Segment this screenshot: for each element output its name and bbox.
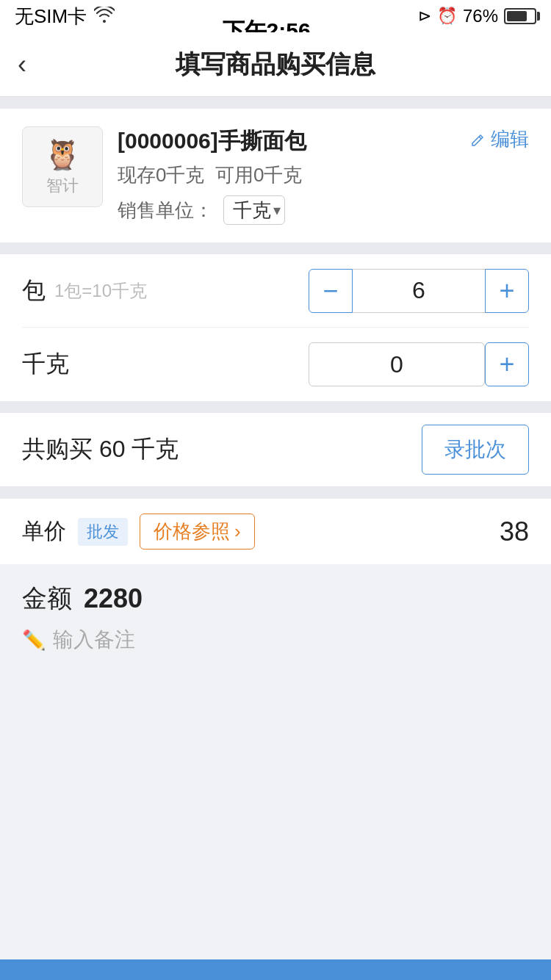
product-unit-row: 销售单位： 千克 包 ▾: [118, 195, 529, 225]
price-ref-arrow-icon: ›: [234, 520, 241, 543]
back-button[interactable]: ‹: [18, 49, 26, 80]
confirm-button[interactable]: 确定: [0, 959, 551, 980]
product-name: [0000006]手撕面包: [118, 126, 306, 156]
kg-input-row: 千克 +: [22, 328, 529, 401]
total-text: 共购买 60 千克: [22, 433, 179, 466]
kg-qty-input[interactable]: [309, 342, 485, 386]
bag-label: 包 1包=10千克: [22, 275, 147, 307]
status-bar: 无SIM卡 下午2:56 ⊳ ⏰ 76%: [0, 0, 551, 32]
price-row: 单价 批发 价格参照 › 38: [22, 514, 529, 550]
bag-minus-button[interactable]: −: [309, 269, 353, 313]
bag-qty-control: − +: [309, 269, 529, 313]
alarm-icon: ⏰: [437, 7, 457, 26]
amount-section: 金额 2280 ✏️ 输入备注: [0, 564, 551, 666]
remark-placeholder: 输入备注: [53, 626, 135, 654]
product-thumb-label: 智计: [46, 175, 79, 197]
input-section: 包 1包=10千克 − + 千克 +: [0, 254, 551, 401]
product-thumb-icon: 🦉: [44, 137, 81, 172]
status-left: 无SIM卡: [15, 4, 115, 29]
kg-plus-button[interactable]: +: [485, 342, 529, 386]
product-card: 🦉 智计 [0000006]手撕面包 编辑 现存0千克 可用0千克 销售单位： …: [0, 109, 551, 242]
battery-icon: [504, 8, 536, 24]
edit-button[interactable]: 编辑: [470, 126, 529, 152]
kg-label: 千克: [22, 348, 69, 381]
pencil-icon: ✏️: [22, 629, 46, 652]
remark-row[interactable]: ✏️ 输入备注: [22, 626, 529, 654]
mid-divider3: [0, 486, 551, 498]
product-stock: 现存0千克 可用0千克: [118, 162, 529, 188]
total-row: 共购买 60 千克 录批次: [0, 413, 551, 486]
kg-qty-control: +: [309, 342, 529, 386]
product-thumbnail: 🦉 智计: [22, 126, 103, 207]
bag-input-row: 包 1包=10千克 − +: [22, 254, 529, 328]
status-right: ⊳ ⏰ 76%: [418, 6, 536, 26]
price-ref-button[interactable]: 价格参照 ›: [140, 514, 255, 550]
top-divider: [0, 97, 551, 109]
bag-qty-input[interactable]: [353, 269, 485, 313]
spacer: [0, 666, 551, 959]
price-value: 38: [500, 516, 529, 547]
location-icon: ⊳: [418, 7, 431, 26]
batch-button[interactable]: 录批次: [422, 425, 529, 475]
price-badge: 批发: [78, 518, 128, 546]
price-label: 单价: [22, 516, 66, 547]
product-info: [0000006]手撕面包 编辑 现存0千克 可用0千克 销售单位： 千克 包 …: [118, 126, 529, 225]
carrier-text: 无SIM卡: [15, 4, 87, 29]
bag-hint: 1包=10千克: [54, 279, 147, 303]
amount-value: 2280: [84, 583, 143, 614]
amount-row: 金额 2280: [22, 582, 529, 616]
battery-percent: 76%: [463, 6, 498, 26]
nav-bar: ‹ 填写商品购买信息: [0, 32, 551, 97]
mid-divider2: [0, 401, 551, 413]
wifi-icon: [94, 5, 115, 28]
page-title: 填写商品购买信息: [176, 48, 375, 82]
bag-plus-button[interactable]: +: [485, 269, 529, 313]
price-section: 单价 批发 价格参照 › 38: [0, 498, 551, 564]
product-name-row: [0000006]手撕面包 编辑: [118, 126, 529, 156]
mid-divider1: [0, 242, 551, 254]
amount-label: 金额: [22, 582, 72, 616]
unit-select-wrapper[interactable]: 千克 包 ▾: [223, 195, 285, 225]
unit-select[interactable]: 千克 包: [223, 195, 285, 225]
